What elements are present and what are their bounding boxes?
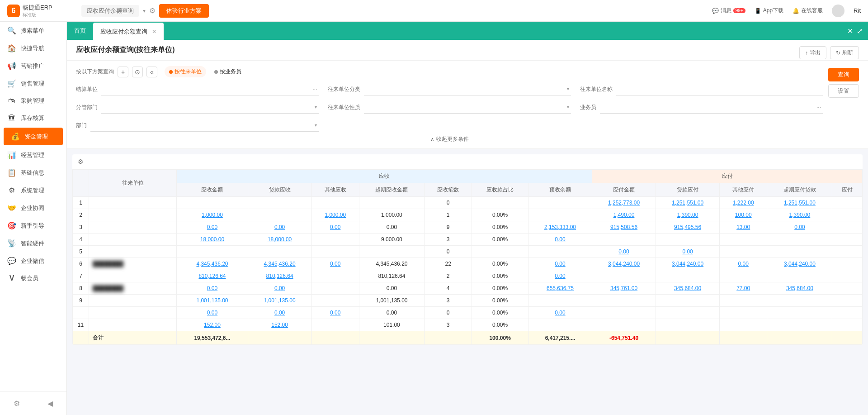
set-button[interactable]: 设置 xyxy=(828,84,859,98)
row-ar-loan[interactable]: 0.00 xyxy=(248,282,311,295)
row-ar-amount[interactable]: 810,126.64 xyxy=(177,270,248,282)
row-ap-loan[interactable]: 1,390.00 xyxy=(656,209,720,221)
filter-more-button[interactable]: ∧ 收起更多条件 xyxy=(76,132,823,143)
sidebar-item-wechat[interactable]: 💬 企业微信 xyxy=(0,252,66,270)
input-unit-name[interactable] xyxy=(616,83,823,95)
row-ar-amount[interactable]: 18,000.00 xyxy=(177,234,248,246)
sidebar-item-finance[interactable]: 💰 资金管理 xyxy=(4,128,63,145)
tab-close-window-icon[interactable]: ✕ xyxy=(847,27,853,35)
row-ap-overdue[interactable]: 1,390.00 xyxy=(767,209,832,221)
sidebar-item-search[interactable]: 🔍 搜索菜单 xyxy=(0,22,66,39)
row-ar-ratio: 0.00% xyxy=(472,209,528,221)
row-ar-advance[interactable]: 0.00 xyxy=(528,258,592,270)
tab-close-icon[interactable]: ✕ xyxy=(152,29,156,35)
sidebar-item-basics[interactable]: 📋 基础信息 xyxy=(0,164,66,181)
row-ap-other[interactable]: 13.00 xyxy=(720,221,767,234)
sidebar-item-sales[interactable]: 🛒 销售管理 xyxy=(0,75,66,92)
avatar[interactable] xyxy=(832,5,844,17)
trial-button[interactable]: 体验行业方案 xyxy=(159,4,209,18)
row-ar-loan[interactable]: 810,126.64 xyxy=(248,270,311,282)
filter-config-button[interactable]: ⊙ xyxy=(132,67,143,77)
row-ar-amount[interactable]: 1,000.00 xyxy=(177,209,248,221)
sidebar-item-hardware[interactable]: 📡 智能硬件 xyxy=(0,234,66,252)
row-ar-advance[interactable]: 0.00 xyxy=(528,270,592,282)
row-ar-amount[interactable]: 0.00 xyxy=(177,307,248,319)
tab-expand-icon[interactable]: ⤢ xyxy=(857,27,863,35)
row-ap-loan[interactable]: 915,495.56 xyxy=(656,221,720,234)
sidebar-item-collab[interactable]: 🤝 企业协同 xyxy=(0,199,66,217)
sidebar-item-marketing[interactable]: 📢 营销推广 xyxy=(0,57,66,75)
input-salesperson[interactable]: ··· xyxy=(600,101,823,114)
dropdown-arrow-icon[interactable]: ▾ xyxy=(143,8,146,14)
settings-bottom-icon[interactable]: ⚙ xyxy=(10,396,24,411)
tab-ar-ap[interactable]: 应收应付余额查询 ✕ xyxy=(93,23,164,41)
row-ar-loan[interactable]: 152.00 xyxy=(248,319,311,331)
row-ap-loan[interactable]: 0.00 xyxy=(656,246,720,258)
row-ar-loan[interactable]: 18,000.00 xyxy=(248,234,311,246)
app-download-button[interactable]: 📱 App下载 xyxy=(755,7,783,14)
row-ar-amount[interactable]: 152.00 xyxy=(177,319,248,331)
gear-icon[interactable]: ⚙ xyxy=(149,6,156,15)
row-ap-other[interactable]: 0.00 xyxy=(720,258,767,270)
row-ar-amount[interactable]: 0.00 xyxy=(177,221,248,234)
row-ar-amount[interactable]: 1,001,135.00 xyxy=(177,295,248,307)
sidebar-item-operations[interactable]: 📊 经营管理 xyxy=(0,146,66,164)
row-ar-loan[interactable]: 0.00 xyxy=(248,307,311,319)
row-ap-amount[interactable]: 0.00 xyxy=(592,246,656,258)
row-ap-amount[interactable]: 3,044,240.00 xyxy=(592,258,656,270)
row-ar-amount[interactable]: 0.00 xyxy=(177,282,248,295)
refresh-button[interactable]: ↻ 刷新 xyxy=(830,46,859,59)
row-ar-loan[interactable]: 0.00 xyxy=(248,221,311,234)
row-ar-other[interactable]: 1,000.00 xyxy=(311,209,359,221)
filter-collapse-button[interactable]: « xyxy=(146,67,157,77)
tab-home[interactable]: 首页 xyxy=(67,22,93,40)
sidebar-item-guide[interactable]: 🎯 新手引导 xyxy=(0,217,66,234)
top-nav-title[interactable]: 应收应付余额查询 xyxy=(81,5,139,17)
scheme-by-unit[interactable]: 按往来单位 xyxy=(165,66,206,77)
sidebar-item-nav[interactable]: 🏠 快捷导航 xyxy=(0,39,66,57)
row-ar-advance[interactable]: 655,636.75 xyxy=(528,282,592,295)
row-ap-amount[interactable]: 345,761.00 xyxy=(592,282,656,295)
row-ar-other[interactable]: 0.00 xyxy=(311,307,359,319)
row-ar-loan[interactable]: 1,001,135.00 xyxy=(248,295,311,307)
row-ap-loan[interactable]: 345,684.00 xyxy=(656,282,720,295)
sidebar-item-system[interactable]: ⚙ 系统管理 xyxy=(0,181,66,199)
input-section[interactable]: ▾ xyxy=(90,119,319,132)
row-ar-other[interactable]: 0.00 xyxy=(311,221,359,234)
input-nature[interactable]: ▾ xyxy=(364,101,571,114)
row-ap-other[interactable]: 1,222.00 xyxy=(720,197,767,209)
row-ar-amount[interactable]: 4,345,436.20 xyxy=(177,258,248,270)
row-ar-loan[interactable]: 4,345,436.20 xyxy=(248,258,311,270)
sidebar-item-inventory[interactable]: 🏛 库存核算 xyxy=(0,110,66,127)
row-ar-advance[interactable]: 0.00 xyxy=(528,307,592,319)
messages-button[interactable]: 💬 消息 99+ xyxy=(712,7,745,14)
query-button[interactable]: 查询 xyxy=(828,68,859,81)
sidebar-item-purchase[interactable]: 🛍 采购管理 xyxy=(0,92,66,110)
row-ap-amount[interactable]: 1,490.00 xyxy=(592,209,656,221)
tab-bar: 首页 应收应付余额查询 ✕ ✕ ⤢ xyxy=(67,22,868,40)
row-ap-overdue[interactable]: 3,044,240.00 xyxy=(767,258,832,270)
row-ap-overdue[interactable]: 1,251,551.00 xyxy=(767,197,832,209)
input-category[interactable]: ▾ xyxy=(364,83,571,95)
input-dept[interactable]: ▾ xyxy=(101,101,319,114)
row-ar-advance[interactable]: 0.00 xyxy=(528,234,592,246)
row-ap-loan[interactable]: 3,044,240.00 xyxy=(656,258,720,270)
row-ap-loan[interactable]: 1,251,551.00 xyxy=(656,197,720,209)
input-settlement[interactable]: ··· xyxy=(101,83,319,95)
scheme-by-salesperson[interactable]: 按业务员 xyxy=(210,66,246,77)
online-service-button[interactable]: 🔔 在线客服 xyxy=(793,7,823,14)
table-settings-icon[interactable]: ⚙ xyxy=(78,158,84,165)
row-ap-overdue[interactable]: 0.00 xyxy=(767,221,832,234)
row-ap-other[interactable]: 77.00 xyxy=(720,282,767,295)
row-ar-other[interactable]: 0.00 xyxy=(311,258,359,270)
row-ar-advance[interactable]: 2,153,333.00 xyxy=(528,221,592,234)
row-ap-amount[interactable]: 1,252,773.00 xyxy=(592,197,656,209)
sidebar-item-vip[interactable]: V 畅会员 xyxy=(0,270,66,287)
row-ar-overdue: 101.00 xyxy=(359,319,424,331)
export-button[interactable]: ↑ 导出 xyxy=(799,46,826,59)
filter-add-button[interactable]: + xyxy=(118,67,128,77)
row-ap-other[interactable]: 100.00 xyxy=(720,209,767,221)
row-ap-amount[interactable]: 915,508.56 xyxy=(592,221,656,234)
collapse-icon[interactable]: ◀ xyxy=(44,396,57,411)
row-ap-overdue[interactable]: 345,684.00 xyxy=(767,282,832,295)
